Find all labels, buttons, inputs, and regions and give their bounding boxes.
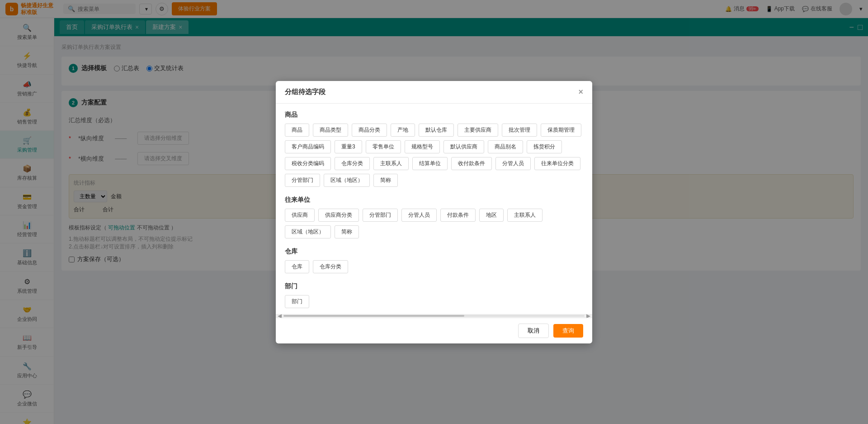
group-title-product: 商品 — [285, 111, 583, 119]
modal-cancel-button[interactable]: 取消 — [518, 324, 549, 338]
field-select-modal: 分组待选字段 × 商品 商品商品类型商品分类产地默认仓库主要供应商批次管理保质期… — [276, 81, 592, 343]
field-tag[interactable]: 商品类型 — [313, 124, 348, 137]
field-tag[interactable]: 产地 — [391, 124, 415, 137]
group-title-dept: 部门 — [285, 282, 583, 291]
modal-scrollbar: ◀ ▶ — [276, 314, 592, 318]
field-tag[interactable]: 仓库分类 — [335, 157, 370, 170]
field-tag[interactable]: 区域（地区） — [285, 225, 331, 238]
field-tags-partner: 供应商供应商分类分管部门分管人员付款条件地区主联系人区域（地区）简称 — [285, 209, 583, 238]
field-tag[interactable]: 付款条件 — [440, 209, 476, 222]
field-tag[interactable]: 拣货积分 — [527, 140, 562, 153]
field-tag[interactable]: 默认供应商 — [443, 140, 484, 153]
field-tag[interactable]: 批次管理 — [502, 124, 537, 137]
field-tag[interactable]: 商品 — [285, 124, 309, 137]
field-tag[interactable]: 区域（地区） — [324, 174, 370, 187]
field-tag[interactable]: 主联系人 — [507, 209, 542, 222]
field-tag[interactable]: 分管部门 — [285, 174, 320, 187]
field-tag[interactable]: 供应商 — [285, 209, 315, 222]
modal-body: 商品 商品商品类型商品分类产地默认仓库主要供应商批次管理保质期管理客户商品编码重… — [276, 104, 592, 314]
field-tag[interactable]: 简称 — [335, 225, 359, 238]
field-tag[interactable]: 默认仓库 — [419, 124, 454, 137]
modal-close-button[interactable]: × — [578, 87, 583, 97]
field-tag[interactable]: 商品分类 — [352, 124, 387, 137]
field-group-product: 商品 商品商品类型商品分类产地默认仓库主要供应商批次管理保质期管理客户商品编码重… — [285, 111, 583, 187]
field-tag[interactable]: 商品别名 — [488, 140, 523, 153]
field-tag[interactable]: 规格型号 — [405, 140, 440, 153]
field-tag[interactable]: 主要供应商 — [458, 124, 498, 137]
scrollbar-track — [283, 315, 585, 317]
field-tag[interactable]: 供应商分类 — [318, 209, 359, 222]
field-tag[interactable]: 结算单位 — [412, 157, 448, 170]
modal-confirm-button[interactable]: 查询 — [553, 324, 583, 338]
field-tag[interactable]: 仓库 — [285, 260, 309, 273]
field-tag[interactable]: 客户商品编码 — [285, 140, 331, 153]
modal-footer: 取消 查询 — [276, 318, 592, 343]
field-tags-product: 商品商品类型商品分类产地默认仓库主要供应商批次管理保质期管理客户商品编码重量3零… — [285, 124, 583, 187]
field-tag[interactable]: 往来单位分类 — [534, 157, 580, 170]
field-tag[interactable]: 分管部门 — [363, 209, 398, 222]
field-tag[interactable]: 零售单位 — [366, 140, 401, 153]
field-group-partner: 往来单位 供应商供应商分类分管部门分管人员付款条件地区主联系人区域（地区）简称 — [285, 196, 583, 238]
group-title-warehouse: 仓库 — [285, 248, 583, 256]
modal-overlay: 分组待选字段 × 商品 商品商品类型商品分类产地默认仓库主要供应商批次管理保质期… — [0, 0, 868, 424]
group-title-partner: 往来单位 — [285, 196, 583, 204]
field-tag[interactable]: 分管人员 — [401, 209, 437, 222]
field-tag[interactable]: 主联系人 — [373, 157, 409, 170]
field-tags-warehouse: 仓库仓库分类 — [285, 260, 583, 273]
field-tag[interactable]: 保质期管理 — [541, 124, 581, 137]
field-tags-dept: 部门 — [285, 295, 583, 308]
field-group-dept: 部门 部门 — [285, 282, 583, 308]
modal-title: 分组待选字段 — [285, 88, 326, 96]
field-tag[interactable]: 分管人员 — [495, 157, 531, 170]
field-tag[interactable]: 重量3 — [335, 140, 362, 153]
modal-header: 分组待选字段 × — [276, 81, 592, 104]
field-tag[interactable]: 简称 — [373, 174, 398, 187]
field-tag[interactable]: 收付款条件 — [451, 157, 492, 170]
field-tag[interactable]: 地区 — [479, 209, 504, 222]
field-tag[interactable]: 仓库分类 — [313, 260, 348, 273]
scrollbar-thumb[interactable] — [283, 315, 464, 317]
field-group-warehouse: 仓库 仓库仓库分类 — [285, 248, 583, 273]
field-tag[interactable]: 部门 — [285, 295, 309, 308]
field-tag[interactable]: 税收分类编码 — [285, 157, 331, 170]
